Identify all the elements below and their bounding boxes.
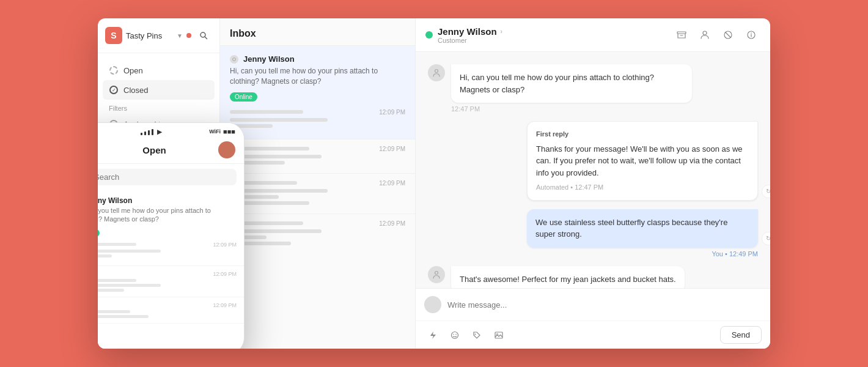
inbox-conv-preview: Hi, can you tell me how do your pins att…: [230, 66, 405, 87]
phone-title: Open: [98, 145, 218, 155]
chat-action-user-button[interactable]: [696, 26, 714, 44]
sidebar-item-open[interactable]: Open: [103, 61, 215, 80]
svg-line-1: [205, 37, 207, 39]
sidebar-dropdown-arrow: ▼: [177, 32, 183, 39]
phone-status-bar: 12:22 ▶ WiFi ■■■: [98, 123, 244, 138]
inbox-msg-rows: 12:09 PM: [230, 109, 405, 128]
chat-header-online-dot: [425, 31, 433, 39]
phone-conv-header: Jenny Wilson: [98, 196, 237, 205]
svg-point-13: [455, 333, 457, 335]
phone-conversation-item[interactable]: Jenny Wilson Hi, can you tell me how do …: [98, 190, 244, 266]
svg-point-9: [435, 70, 438, 73]
phone-online-badge: Online: [98, 229, 100, 237]
inbox-header: Inbox: [220, 18, 415, 46]
chat-msg-automated-label: First reply: [536, 129, 749, 139]
svg-point-8: [751, 32, 752, 34]
sidebar-filters-label: Filters: [103, 100, 215, 114]
chat-msg-automated-inner: First reply Thanks for your message! We'…: [527, 121, 758, 201]
chat-messages: Hi, can you tell me how do your pins att…: [416, 52, 770, 288]
svg-rect-2: [677, 32, 686, 34]
chat-msg-avatar-1: [428, 64, 445, 81]
chat-msg-avatar-2: [428, 266, 445, 283]
phone-mini-conv-1[interactable]: 12:09 PM: [98, 266, 244, 297]
svg-point-11: [452, 332, 458, 338]
main-container: 12:22 ▶ WiFi ■■■ ☰ Open 🔍: [98, 18, 770, 349]
chat-header-info: Jenny Wilson › Customer: [438, 26, 668, 44]
chat-input-user-avatar: [424, 296, 441, 313]
phone-battery: ■■■: [223, 128, 235, 135]
svg-point-14: [475, 333, 476, 335]
sidebar-search-button[interactable]: [195, 27, 212, 44]
chat-msg-text-you: We use stainless steel butterfly clasps …: [535, 218, 727, 239]
chat-message-input[interactable]: [447, 300, 762, 310]
phone-header: ☰ Open: [98, 138, 244, 164]
svg-rect-15: [495, 332, 502, 338]
phone-user-avatar: [218, 141, 235, 158]
chat-header: Jenny Wilson › Customer: [416, 18, 770, 52]
chat-msg-time-1: 12:47 PM: [451, 105, 692, 113]
chat-message-automated: First reply Thanks for your message! We'…: [527, 121, 758, 201]
chat-header-actions: [672, 26, 760, 44]
inbox-title: Inbox: [230, 28, 256, 39]
svg-point-3: [703, 31, 707, 35]
chat-action-info-button[interactable]: [742, 26, 760, 44]
chat-msg-refresh-button-2[interactable]: ↻: [762, 232, 770, 245]
chat-msg-text-2: That's awesome! Perfect for my jean jack…: [460, 275, 676, 284]
chat-toolbar-tag-button[interactable]: [468, 327, 485, 344]
inbox-conv-header: Jenny Wilson: [230, 54, 405, 64]
svg-point-10: [435, 271, 438, 274]
chat-msg-bubble-incoming-1: Hi, can you tell me how do your pins att…: [451, 64, 692, 113]
inbox-row-group-1: 12:09 PM: [220, 139, 415, 174]
inbox-conv-name: Jenny Wilson: [243, 54, 295, 64]
chat-msg-automated-footer: Automated • 12:47 PM: [536, 182, 749, 193]
chat-area: Jenny Wilson › Customer: [416, 18, 770, 349]
inbox-conversation-jenny[interactable]: Jenny Wilson Hi, can you tell me how do …: [220, 46, 415, 139]
phone-search-input[interactable]: [98, 172, 230, 182]
inbox-row-group-3: 12:09 PM: [220, 214, 415, 254]
phone-signal: ▶: [141, 128, 162, 135]
sidebar-workspace-label: Tasty Pins: [126, 31, 173, 40]
chat-msg-bubble-incoming-2: That's awesome! Perfect for my jean jack…: [451, 266, 685, 289]
chat-msg-outgoing-inner: We use stainless steel butterfly clasps …: [527, 209, 758, 258]
sidebar-header: S Tasty Pins ▼: [98, 18, 219, 53]
chat-msg-text-1: Hi, can you tell me how do your pins att…: [460, 73, 654, 94]
chat-action-block-button[interactable]: [719, 26, 737, 44]
sidebar-status-dot: [186, 33, 191, 38]
phone-overlay: 12:22 ▶ WiFi ■■■ ☰ Open 🔍: [98, 122, 245, 349]
phone-msg-rows: 12:09 PM: [98, 242, 237, 258]
chat-send-button[interactable]: Send: [720, 326, 762, 344]
phone-conv-preview: Hi, can you tell me how do your pins att…: [98, 206, 237, 224]
closed-icon: ✓: [109, 85, 119, 95]
chat-msg-refresh-button-1[interactable]: ↻: [762, 185, 770, 198]
phone-conv-name: Jenny Wilson: [98, 196, 132, 205]
sidebar-open-label: Open: [123, 66, 143, 75]
chat-msg-bubble-you: We use stainless steel butterfly clasps …: [527, 209, 758, 248]
chat-message-incoming-2: That's awesome! Perfect for my jean jack…: [428, 266, 692, 289]
svg-point-0: [200, 32, 205, 37]
chat-input-area: Send: [416, 288, 770, 349]
chat-msg-you-footer: You • 12:49 PM: [527, 250, 758, 258]
svg-line-5: [726, 32, 731, 38]
chat-action-archive-button[interactable]: [672, 26, 691, 44]
chat-toolbar-lightning-button[interactable]: [424, 327, 441, 344]
chat-message-outgoing-1: We use stainless steel butterfly clasps …: [527, 209, 758, 258]
inbox-panel: Inbox Jenny Wilson Hi, can you tell me h…: [220, 18, 416, 349]
inbox-conv-avatar: [230, 55, 238, 64]
chat-name-chevron-icon: ›: [501, 28, 502, 35]
sidebar-item-closed[interactable]: ✓ Closed: [103, 80, 215, 100]
chat-message-incoming-1: Hi, can you tell me how do your pins att…: [428, 64, 692, 113]
phone-mini-conv-2[interactable]: 12:09 PM: [98, 297, 244, 324]
sidebar-logo: S: [105, 27, 122, 44]
inbox-online-badge: Online: [230, 92, 257, 102]
open-icon: [109, 65, 119, 75]
inbox-row-group-2: 12:09 PM: [220, 174, 415, 214]
chat-msg-bubble-automated: First reply Thanks for your message! We'…: [527, 121, 758, 201]
phone-search-bar[interactable]: 🔍: [98, 169, 237, 185]
chat-header-name: Jenny Wilson ›: [438, 26, 668, 37]
sidebar-closed-label: Closed: [123, 86, 148, 95]
svg-point-12: [453, 333, 454, 335]
chat-toolbar-emoji-button[interactable]: [446, 327, 463, 344]
chat-toolbar-image-button[interactable]: [490, 327, 507, 344]
chat-input-toolbar: Send: [416, 321, 770, 349]
chat-name-text: Jenny Wilson: [438, 26, 497, 37]
